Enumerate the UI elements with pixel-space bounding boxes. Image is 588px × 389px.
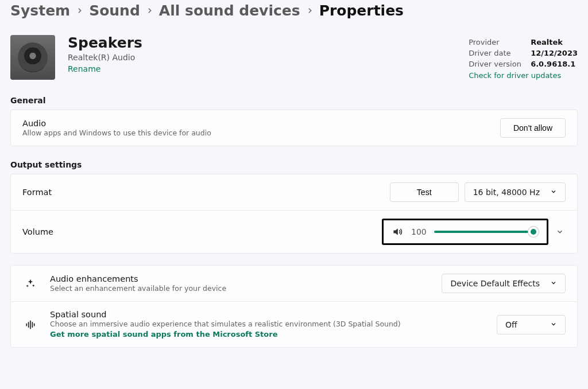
chevron-down-icon <box>550 320 557 329</box>
rename-link[interactable]: Rename <box>68 64 100 73</box>
breadcrumb-all-sound-devices[interactable]: All sound devices <box>159 2 300 19</box>
volume-value: 100 <box>411 227 426 236</box>
chevron-right-icon <box>306 7 314 14</box>
breadcrumb-properties: Properties <box>319 2 404 19</box>
device-subtitle: Realtek(R) Audio <box>68 53 469 62</box>
spatial-store-link[interactable]: Get more spatial sound apps from the Mic… <box>50 330 277 339</box>
spatial-select-value: Off <box>505 320 517 329</box>
driver-version-value: 6.0.9618.1 <box>531 59 575 70</box>
enhancements-select-value: Device Default Effects <box>450 279 540 288</box>
spatial-row: Spatial sound Choose an immersive audio … <box>11 301 577 347</box>
spatial-title: Spatial sound <box>50 310 485 319</box>
chevron-down-icon <box>550 188 557 197</box>
volume-expand-button[interactable] <box>554 228 566 236</box>
enhancements-row: Audio enhancements Select an enhancement… <box>11 266 577 301</box>
soundwave-icon <box>22 319 38 330</box>
spatial-select[interactable]: Off <box>497 315 566 334</box>
dont-allow-button[interactable]: Don't allow <box>500 118 566 138</box>
breadcrumb-system[interactable]: System <box>10 2 70 19</box>
output-card-2: Audio enhancements Select an enhancement… <box>10 265 578 348</box>
chevron-right-icon <box>76 7 83 14</box>
provider-label: Provider <box>469 37 521 48</box>
volume-title: Volume <box>22 227 370 236</box>
svg-marker-0 <box>393 228 398 235</box>
audio-desc: Allow apps and Windows to use this devic… <box>22 129 489 137</box>
audio-title: Audio <box>22 119 489 128</box>
enhancements-select[interactable]: Device Default Effects <box>442 274 566 293</box>
spatial-desc: Choose an immersive audio experience tha… <box>50 320 485 328</box>
driver-date-label: Driver date <box>469 48 521 59</box>
provider-value: Realtek <box>531 37 563 48</box>
audio-row: Audio Allow apps and Windows to use this… <box>11 110 577 146</box>
volume-control: 100 <box>382 219 548 245</box>
format-select-value: 16 bit, 48000 Hz <box>473 188 540 197</box>
device-name: Speakers <box>68 35 469 52</box>
device-title-block: Speakers Realtek(R) Audio Rename <box>68 35 469 74</box>
volume-slider[interactable] <box>434 226 539 238</box>
driver-info: Provider Realtek Driver date 12/12/2023 … <box>469 37 578 80</box>
format-row: Format Test 16 bit, 48000 Hz <box>11 174 577 210</box>
test-button[interactable]: Test <box>390 182 459 202</box>
device-header: Speakers Realtek(R) Audio Rename Provide… <box>10 35 578 80</box>
format-title: Format <box>22 188 378 197</box>
check-driver-updates-link[interactable]: Check for driver updates <box>469 71 578 80</box>
general-card: Audio Allow apps and Windows to use this… <box>10 110 578 146</box>
enhancements-desc: Select an enhancement available for your… <box>50 284 430 293</box>
chevron-right-icon <box>146 7 153 14</box>
section-label-output: Output settings <box>10 160 578 169</box>
breadcrumb: System Sound All sound devices Propertie… <box>10 2 578 19</box>
speaker-device-icon <box>10 35 55 80</box>
section-label-general: General <box>10 96 578 105</box>
enhancements-title: Audio enhancements <box>50 274 430 283</box>
driver-date-value: 12/12/2023 <box>531 48 578 59</box>
format-select[interactable]: 16 bit, 48000 Hz <box>465 182 566 202</box>
output-card-1: Format Test 16 bit, 48000 Hz Volume <box>10 174 578 254</box>
volume-row: Volume 100 <box>11 210 577 253</box>
breadcrumb-sound[interactable]: Sound <box>89 2 140 19</box>
driver-version-label: Driver version <box>469 59 521 70</box>
speaker-icon[interactable] <box>392 226 403 238</box>
chevron-down-icon <box>550 279 557 288</box>
sparkle-icon <box>22 278 38 289</box>
